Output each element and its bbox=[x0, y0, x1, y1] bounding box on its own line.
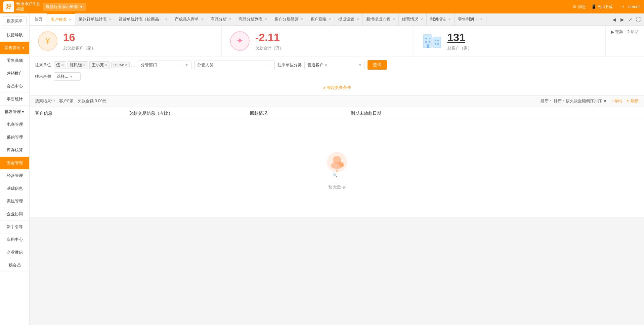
filter-tag-ordinary-customer: 普通客户 ✕ bbox=[307, 62, 327, 68]
tab-product-analysis[interactable]: 商品分析 ✕ bbox=[207, 13, 235, 26]
card-actions: ▶ 视频 ? 帮助 bbox=[606, 26, 644, 57]
sidebar-item-retail-mall[interactable]: 零售商城 bbox=[0, 55, 29, 67]
sidebar-item-retail-mgmt[interactable]: 零售管理 ▼ bbox=[0, 42, 29, 55]
sidebar-item-business-mgmt[interactable]: 经营管理 bbox=[0, 170, 29, 182]
tab-close-icon[interactable]: ✕ bbox=[392, 17, 395, 21]
svg-rect-7 bbox=[429, 38, 430, 39]
sidebar-item-member-center[interactable]: 会员中心 bbox=[0, 80, 29, 93]
help-link[interactable]: ? 帮助 bbox=[627, 29, 639, 35]
sidebar-item-corp-wechat[interactable]: 企业微信 bbox=[0, 246, 29, 259]
card3-bg-icon bbox=[422, 31, 442, 51]
tabs-scroll-right-button[interactable]: ▶ bbox=[618, 16, 626, 23]
sidebar-item-retail-stats[interactable]: 零售统计 bbox=[0, 93, 29, 106]
tag-close-ordinary[interactable]: ✕ bbox=[325, 63, 327, 67]
tab-accounts-receivable[interactable]: 客户账本 ✕ bbox=[47, 13, 75, 26]
sidebar-item-vip-member[interactable]: 畅会员 bbox=[0, 259, 29, 272]
tabs-fullscreen-button[interactable]: ⛶ bbox=[635, 16, 642, 23]
sidebar-item-wholesale-mgmt[interactable]: 批发管理 ▼ bbox=[0, 106, 29, 118]
tab-new-tip-plan[interactable]: 新增提成方案 ✕ bbox=[363, 13, 399, 26]
tab-close-icon[interactable]: ✕ bbox=[165, 17, 168, 21]
person-more-icon: ··· bbox=[264, 62, 272, 68]
empty-illustration: 🔍 bbox=[320, 147, 354, 181]
filter-more-button[interactable]: ... bbox=[131, 62, 135, 68]
tab-product-analysis-list[interactable]: 商品分析列表 ✕ bbox=[235, 13, 271, 26]
search-menu-button[interactable]: 搜索菜单 bbox=[3, 16, 27, 26]
app-download-button[interactable]: 📱 App下载 bbox=[591, 4, 613, 10]
tab-close-icon[interactable]: ✕ bbox=[420, 17, 423, 21]
tab-retail-profit[interactable]: 零售利润（ ✕ bbox=[455, 13, 486, 26]
tab-close-icon[interactable]: ✕ bbox=[69, 18, 72, 22]
sidebar-item-basic-info[interactable]: 基础信息 bbox=[0, 182, 29, 195]
sidebar-item-quick-nav[interactable]: 快捷导航 bbox=[0, 29, 29, 42]
tab-close-icon[interactable]: ✕ bbox=[109, 17, 112, 21]
tab-close-icon[interactable]: ✕ bbox=[301, 17, 303, 21]
sort-selector[interactable]: 排序： 排序：按欠款金额倒序排序 ▼ bbox=[541, 98, 607, 104]
tab-production-inbound[interactable]: 产成品入库单 ✕ bbox=[171, 13, 207, 26]
tag-close-wang[interactable]: ✕ bbox=[105, 63, 108, 67]
tag-close-chen[interactable]: ✕ bbox=[83, 63, 86, 67]
tab-close-icon[interactable]: ✕ bbox=[265, 17, 267, 21]
dept-arrow-icon: ▼ bbox=[185, 63, 188, 67]
dept-filter-select[interactable]: 分管部门 ··· ▼ bbox=[138, 61, 191, 69]
refresh-button[interactable]: ↻ 刷新 bbox=[626, 98, 639, 104]
tab-close-icon[interactable]: ✕ bbox=[448, 17, 451, 21]
tab-purchase-order-stats[interactable]: 采购订单统计表 ✕ bbox=[75, 13, 115, 26]
tab-close-icon[interactable]: ✕ bbox=[201, 17, 204, 21]
svg-rect-9 bbox=[429, 41, 430, 43]
sidebar-item-app-center[interactable]: 应用中心 bbox=[0, 233, 29, 246]
tab-profit-report[interactable]: 利润报告 ✕ bbox=[427, 13, 455, 26]
collapse-button[interactable]: ∧ 收起更多条件 bbox=[35, 83, 639, 92]
sidebar-item-new-guide[interactable]: 新手引导 bbox=[0, 221, 29, 233]
logo-area: 好 畅捷通好生意 标版 bbox=[3, 1, 40, 12]
card1-values: 16 总欠款客户（家） bbox=[63, 31, 95, 51]
card1-label: 总欠款客户（家） bbox=[63, 45, 95, 51]
svg-rect-10 bbox=[435, 40, 436, 41]
tabs-expand-button[interactable]: ⤢ bbox=[627, 16, 634, 23]
unit-class-arrow-icon: ▼ bbox=[358, 63, 362, 67]
sidebar-item-ecommerce[interactable]: 电商管理 bbox=[0, 118, 29, 131]
account-selector[interactable]: 母婴行业演示帐套 ▼ bbox=[43, 3, 86, 11]
sidebar-item-corp-coop[interactable]: 企业协同 bbox=[0, 208, 29, 221]
tab-close-icon[interactable]: ✕ bbox=[480, 17, 483, 21]
user-menu[interactable]: d demo2 bbox=[618, 2, 641, 11]
sort-arrow-icon: ▼ bbox=[603, 99, 607, 104]
tab-home[interactable]: 首页 bbox=[30, 13, 47, 26]
tab-customer-segment[interactable]: 客户分层经营 ✕ bbox=[271, 13, 307, 26]
chevron-down-icon: ▼ bbox=[22, 110, 25, 114]
sidebar-item-purchase[interactable]: 采购管理 bbox=[0, 131, 29, 144]
tag-close-wu[interactable]: ✕ bbox=[61, 63, 64, 67]
chevron-down-icon: ▼ bbox=[79, 4, 83, 9]
filter-tag-wu: 伍 ✕ bbox=[54, 61, 66, 69]
logo-text: 畅捷通好生意 标版 bbox=[16, 1, 40, 12]
tab-purchase-stats[interactable]: 进货单统计表（按商品） ✕ bbox=[115, 13, 171, 26]
sidebar-item-finance[interactable]: 资金管理 bbox=[0, 157, 29, 170]
query-button[interactable]: 查询 bbox=[368, 60, 387, 70]
tab-close-icon[interactable]: ✕ bbox=[329, 17, 331, 21]
balance-arrow-icon: ▼ bbox=[70, 75, 73, 78]
export-button[interactable]: ↑ 导出 bbox=[611, 98, 622, 104]
sidebar-item-marketing[interactable]: 营销推广 bbox=[0, 67, 29, 80]
filter-area: 往来单位 伍 ✕ 陈民强 ✕ 王小亮 bbox=[30, 57, 644, 96]
card2-values: -2.11 欠款合计（万） bbox=[255, 31, 284, 51]
tab-close-icon[interactable]: ✕ bbox=[229, 17, 231, 21]
tab-customer-contact[interactable]: 客户联络 ✕ bbox=[307, 13, 335, 26]
person-filter-select[interactable]: 分管人员 ··· bbox=[194, 61, 275, 69]
tab-close-icon[interactable]: ✕ bbox=[356, 17, 359, 21]
results-bar: 搜索结果中，客户0家 欠款金额 0.00元 排序： 排序：按欠款金额倒序排序 ▼… bbox=[30, 96, 644, 107]
tabs-scroll-left-button[interactable]: ◀ bbox=[610, 16, 618, 23]
tag-close-cjttcw[interactable]: ✕ bbox=[125, 63, 127, 67]
sidebar-item-sys-mgmt[interactable]: 系统管理 bbox=[0, 195, 29, 208]
video-link[interactable]: ▶ 视频 bbox=[611, 29, 623, 35]
message-button[interactable]: ✉ 消息 bbox=[573, 4, 586, 10]
tab-business-situation[interactable]: 经营情况 ✕ bbox=[399, 13, 427, 26]
unit-class-filter-select[interactable]: 普通客户 ✕ ▼ bbox=[304, 61, 365, 69]
refresh-icon: ↻ bbox=[626, 99, 630, 104]
table-col-customer-info: 客户信息 bbox=[35, 110, 129, 116]
card3-label: 总客户（家） bbox=[447, 45, 472, 51]
balance-select[interactable]: 选择... ▼ bbox=[54, 72, 81, 81]
tab-tip-settings[interactable]: 提成设置 ✕ bbox=[335, 13, 363, 26]
filter-tag-wang: 王小亮 ✕ bbox=[89, 61, 110, 69]
tabs-right-controls: ◀ ▶ ⤢ ⛶ bbox=[608, 16, 644, 23]
sidebar-item-inventory[interactable]: 库存核算 bbox=[0, 144, 29, 157]
svg-rect-14 bbox=[427, 44, 429, 48]
